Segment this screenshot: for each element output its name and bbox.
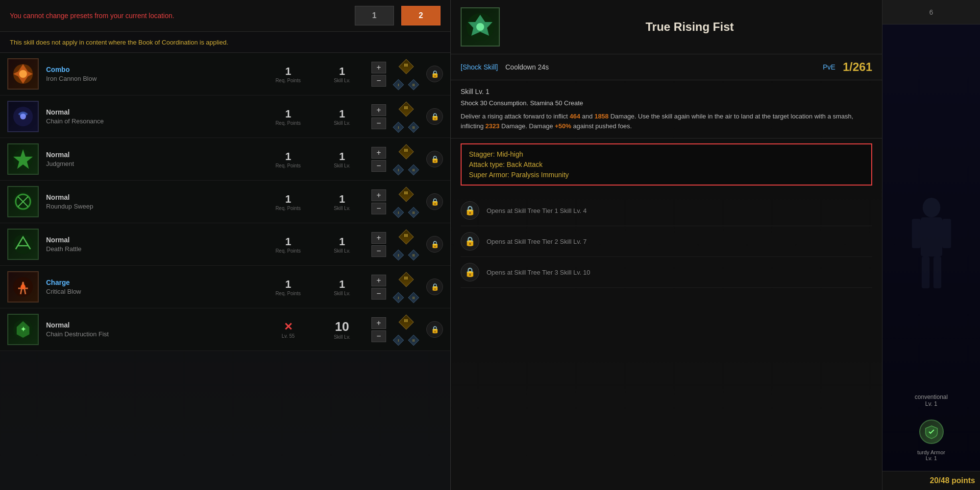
minus-btn[interactable]: −	[371, 75, 386, 87]
skill-row[interactable]: Charge Critical Blow 1 Req. Points 1 Ski…	[0, 266, 450, 308]
conventional-label: conventionalLv. 1	[915, 394, 948, 407]
plus-btn[interactable]: +	[371, 147, 386, 159]
plus-btn[interactable]: +	[371, 104, 386, 116]
plus-minus: + −	[371, 147, 386, 172]
skill-row[interactable]: Normal Judgment 1 Req. Points 1 Skill Lv…	[0, 138, 450, 181]
svg-point-16	[923, 198, 940, 217]
skill-level-section: 1 Skill Lv.	[320, 150, 364, 168]
skill-points-section: 1 Req. Points	[266, 193, 310, 211]
preset-btn-1[interactable]: 1	[355, 6, 394, 25]
level-label: Skill Lv.	[334, 291, 350, 296]
skill-name: Iron Cannon Blow	[46, 75, 266, 82]
svg-point-2	[19, 70, 27, 78]
points-value: ✕	[284, 321, 293, 333]
skill-points-section: 1 Req. Points	[266, 150, 310, 168]
points-label: Req. Points	[275, 291, 301, 296]
skill-row[interactable]: Combo Iron Cannon Blow 1 Req. Points 1 S…	[0, 53, 450, 95]
points-label: Req. Points	[275, 78, 301, 83]
skill-icon-critical-blow	[7, 271, 39, 303]
skill-level-section: 1 Skill Lv.	[320, 278, 364, 296]
pve-label: PvE	[823, 63, 835, 71]
svg-rect-17	[921, 217, 942, 257]
dmg1: 464	[570, 113, 581, 120]
skill-points-section: 1 Req. Points	[266, 108, 310, 126]
minus-btn[interactable]: −	[371, 160, 386, 172]
lock-icon: 🔒	[426, 193, 443, 210]
minus-btn[interactable]: −	[371, 330, 386, 342]
svg-rect-18	[912, 219, 921, 248]
skill-icon-roundup	[7, 186, 39, 217]
skill-name: Death Rattle	[46, 245, 266, 253]
bottom-points: 20/48 points	[882, 471, 980, 490]
skill-detail-icon	[461, 7, 500, 47]
rune-row: I II	[392, 249, 420, 261]
points-label: Req. Points	[275, 163, 301, 168]
points-value: 1	[285, 150, 291, 163]
level-label: Skill Lv.	[334, 248, 350, 254]
skill-type: Normal	[46, 108, 266, 116]
level-label: Skill Lv.	[334, 334, 350, 340]
skill-points-section: 1 Req. Points	[266, 65, 310, 83]
level-value: 1	[339, 150, 345, 163]
skill-row[interactable]: Normal Roundup Sweep 1 Req. Points 1 Ski…	[0, 181, 450, 223]
far-right-panel: 6 conventionalLv. 1 turdy ArmorLv. 1 20/…	[882, 0, 980, 490]
plus-btn[interactable]: +	[371, 62, 386, 73]
rune-container: III I II	[392, 312, 420, 347]
skill-icon-death-rattle	[7, 229, 39, 260]
skill-points-section: ✕ Lv. 55	[266, 321, 310, 339]
skill-level-section: 1 Skill Lv.	[320, 65, 364, 83]
preset-bar: You cannot change presets from your curr…	[0, 0, 450, 32]
level-value: 1	[339, 235, 345, 248]
svg-point-4	[20, 114, 26, 119]
rune-container: III I II	[392, 185, 420, 219]
plus-minus: + −	[371, 62, 386, 87]
plus-btn[interactable]: +	[371, 317, 386, 329]
points-value: 1	[285, 193, 291, 206]
skill-icon-iron-cannon	[7, 58, 39, 90]
tree-lock-icon: 🔒	[461, 201, 479, 220]
svg-point-15	[476, 23, 484, 31]
tree-text-3: Opens at Skill Tree Tier 3 Skill Lv. 10	[487, 269, 590, 276]
top-right-btn[interactable]: 6	[882, 0, 980, 24]
skill-consumption: Shock 30 Consumption. Stamina 50 Create	[461, 99, 872, 107]
skill-row[interactable]: ✦ Normal Chain Destruction Fist ✕ Lv. 55…	[0, 308, 450, 351]
minus-btn[interactable]: −	[371, 117, 386, 129]
skill-type: Normal	[46, 236, 266, 244]
skill-points-section: 1 Req. Points	[266, 278, 310, 296]
plus-btn[interactable]: +	[371, 189, 386, 201]
points-value: 1	[285, 235, 291, 248]
svg-rect-19	[942, 219, 951, 248]
level-label: Skill Lv.	[334, 206, 350, 211]
plus-btn[interactable]: +	[371, 232, 386, 244]
skill-info-chain-resonance: Normal Chain of Resonance	[46, 108, 266, 125]
preset-btn-2[interactable]: 2	[401, 6, 441, 25]
minus-btn[interactable]: −	[371, 203, 386, 214]
character-silhouette	[907, 195, 956, 300]
book-notice-text: This skill does not apply in content whe…	[10, 39, 228, 46]
points-label: Lv. 55	[282, 333, 295, 339]
desc-part2: and	[580, 113, 594, 120]
character-display: conventionalLv. 1 turdy ArmorLv. 1	[882, 24, 980, 471]
stagger-line: Stagger: Mid-high	[469, 150, 864, 158]
skill-detail-info: [Shock Skill] Cooldown 24s	[461, 63, 549, 71]
main-container: You cannot change presets from your curr…	[0, 0, 980, 490]
svg-rect-20	[922, 257, 930, 288]
rune-container: III I II	[392, 227, 420, 261]
rune-container: III I II	[392, 270, 420, 304]
svg-rect-21	[933, 257, 941, 288]
skill-level-section: 1 Skill Lv.	[320, 193, 364, 211]
plus-btn[interactable]: +	[371, 275, 386, 286]
rune-container: III I II	[392, 99, 420, 134]
skill-row[interactable]: Normal Chain of Resonance 1 Req. Points …	[0, 95, 450, 138]
skill-detail-cd: Cooldown 24s	[505, 63, 549, 71]
minus-btn[interactable]: −	[371, 245, 386, 257]
skill-desc-text: Deliver a rising attack forward to infli…	[461, 112, 872, 131]
detail-panel: True Rising Fist [Shock Skill] Cooldown …	[451, 0, 882, 490]
detail-header: True Rising Fist	[451, 0, 882, 54]
rune-row: I II	[392, 78, 420, 91]
attack-type-line: Attack type: Back Attack	[469, 161, 864, 168]
skills-scroll[interactable]: Combo Iron Cannon Blow 1 Req. Points 1 S…	[0, 53, 450, 490]
skill-row[interactable]: Normal Death Rattle 1 Req. Points 1 Skil…	[0, 223, 450, 266]
minus-btn[interactable]: −	[371, 288, 386, 300]
stagger-box: Stagger: Mid-high Attack type: Back Atta…	[461, 143, 872, 186]
